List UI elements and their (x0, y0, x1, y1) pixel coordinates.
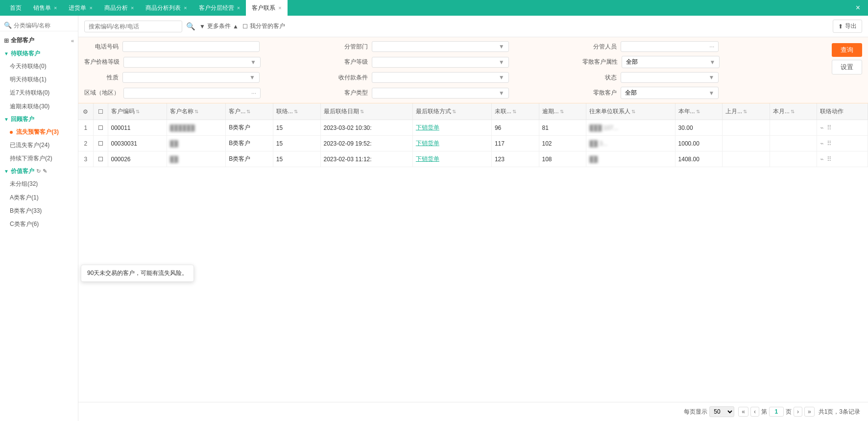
sidebar-item-tomorrow[interactable]: 明天待联络(1) (0, 73, 78, 86)
col-last-month[interactable]: 上月...⇅ (723, 103, 770, 120)
filter-nature-select[interactable]: ▼ (122, 72, 260, 83)
action-link-icon[interactable]: ⌁ (820, 155, 824, 163)
lmonth-sort[interactable]: ⇅ (743, 109, 747, 114)
window-close-button[interactable]: × (852, 3, 864, 12)
col-this-year[interactable]: 本年...⇅ (675, 103, 723, 120)
tab-sales-close[interactable]: × (54, 5, 57, 11)
tab-product-list[interactable]: 商品分析列表 × (140, 0, 193, 16)
sidebar-section-value[interactable]: ▼ 价值客户 ↻ ✎ (0, 165, 78, 177)
page-number-input[interactable] (769, 407, 784, 417)
sidebar-item-class-c[interactable]: C类客户(6) (0, 218, 78, 231)
next-page-button[interactable]: › (794, 407, 802, 417)
sidebar-item-overdue[interactable]: 逾期未联络(30) (0, 100, 78, 113)
year-sort[interactable]: ⇅ (696, 109, 700, 114)
filter-status-select[interactable]: ▼ (621, 72, 719, 83)
filter-dept-label: 分管部门 (334, 43, 368, 51)
my-customers-checkbox[interactable]: ☐ 我分管的客户 (242, 22, 285, 30)
sidebar-section-pending[interactable]: ▼ 待联络客户 (0, 48, 78, 60)
tab-product-list-close[interactable]: × (184, 5, 187, 11)
tab-sales[interactable]: 销售单 × (27, 0, 63, 16)
sidebar-item-declining[interactable]: 持续下滑客户(2) (0, 152, 78, 165)
name-sort[interactable]: ⇅ (194, 109, 198, 114)
col-uncontacted[interactable]: 未联...⇅ (491, 103, 539, 120)
tab-purchase[interactable]: 进货单 × (63, 0, 98, 16)
tmonth-sort[interactable]: ⇅ (791, 109, 795, 114)
action-link-icon[interactable]: ⌁ (820, 124, 824, 131)
per-page-select[interactable]: 50 20 100 (709, 406, 734, 417)
filter-retail-select[interactable]: 全部 ▼ (622, 56, 720, 68)
filter-type-select[interactable]: ▼ (372, 88, 509, 99)
first-page-button[interactable]: « (738, 407, 748, 417)
header-checkbox[interactable]: ☐ (98, 108, 103, 115)
date-sort[interactable]: ⇅ (360, 109, 364, 114)
code-sort[interactable]: ⇅ (136, 109, 140, 114)
contact-sort[interactable]: ⇅ (294, 109, 298, 114)
col-last-date[interactable]: 最后联络日期⇅ (320, 103, 412, 120)
sidebar-item-class-b[interactable]: B类客户(33) (0, 204, 78, 218)
sidebar-item-today[interactable]: 今天待联络(0) (0, 60, 78, 73)
search-input[interactable] (84, 21, 182, 32)
gear-icon[interactable]: ⚙ (83, 108, 88, 115)
action-more-icon[interactable]: ⠿ (827, 140, 832, 147)
tab-customer-contact-close[interactable]: × (278, 5, 281, 11)
more-filter-toggle[interactable]: ▼ 更多条件 ▲ (199, 22, 239, 30)
filter-dept-select[interactable]: ▼ (372, 41, 509, 52)
action-link-icon[interactable]: ⌁ (820, 140, 824, 147)
sidebar-item-churned[interactable]: 已流失客户(24) (0, 139, 78, 152)
row-last-method[interactable]: 下销货单 (412, 120, 491, 136)
sidebar-search-input[interactable] (14, 22, 74, 29)
row-last-method[interactable]: 下销货单 (412, 136, 491, 151)
method-sort[interactable]: ⇅ (452, 109, 456, 114)
col-overdue[interactable]: 逾期...⇅ (539, 103, 586, 120)
sidebar-section-review[interactable]: ▼ 回顾客户 (0, 113, 78, 125)
col-contact-person[interactable]: 往来单位联系人⇅ (586, 103, 675, 120)
action-more-icon[interactable]: ⠿ (827, 155, 832, 163)
tab-product-analysis-close[interactable]: × (131, 5, 134, 11)
sidebar-item-class-a[interactable]: A类客户(1) (0, 191, 78, 204)
col-this-month[interactable]: 本月...⇅ (770, 103, 817, 120)
col-checkbox[interactable]: ☐ (93, 103, 108, 120)
tab-customer-contact[interactable]: 客户联系 × (246, 0, 287, 16)
filter-person-select[interactable]: ··· (621, 41, 719, 52)
action-more-icon[interactable]: ⠿ (827, 124, 832, 131)
search-button[interactable]: 🔍 (186, 22, 195, 31)
tab-product-analysis[interactable]: 商品分析 × (98, 0, 140, 16)
tab-customer-tier-close[interactable]: × (237, 5, 240, 11)
filter-payment-select[interactable]: ▼ (372, 72, 509, 83)
filter-price-select[interactable]: ▼ (123, 57, 261, 68)
row-checkbox[interactable]: ☐ (93, 151, 108, 167)
sidebar-all-customers[interactable]: ⊞ 全部客户 « (0, 33, 78, 48)
col-contact[interactable]: 联络...⇅ (273, 103, 320, 120)
last-page-button[interactable]: » (804, 407, 815, 417)
row-last-method[interactable]: 下销货单 (412, 151, 491, 167)
settings-button[interactable]: 设置 (832, 60, 862, 74)
filter-retail2-select[interactable]: 全部 ▼ (621, 87, 719, 99)
filter-chevron: ▲ (233, 23, 239, 30)
row-this-year: 1408.00 (675, 151, 723, 167)
col-type[interactable]: 客户...⇅ (226, 103, 273, 120)
sidebar-item-7days[interactable]: 近7天待联络(0) (0, 86, 78, 99)
overdue-sort[interactable]: ⇅ (560, 109, 564, 114)
table-row: 3 ☐ 000026 ██ B类客户 15 2023-02-03 11:12: … (78, 151, 868, 167)
prev-page-button[interactable]: ‹ (750, 407, 759, 417)
tab-customer-tier[interactable]: 客户分层经营 × (193, 0, 246, 16)
filter-level-select[interactable]: ▼ (372, 57, 509, 68)
col-name[interactable]: 客户名称⇅ (167, 103, 225, 120)
filter-phone-input[interactable] (122, 41, 260, 52)
value-refresh-icon[interactable]: ↻ (36, 168, 41, 174)
value-edit-icon[interactable]: ✎ (43, 168, 47, 174)
query-button[interactable]: 查询 (832, 43, 862, 57)
sidebar-item-churn-warning[interactable]: 流失预警客户(3) (0, 125, 78, 139)
sidebar-item-ungrouped[interactable]: 未分组(32) (0, 177, 78, 191)
col-last-method[interactable]: 最后联络方式⇅ (412, 103, 491, 120)
type-sort[interactable]: ⇅ (246, 109, 250, 114)
filter-region-select[interactable]: ··· (123, 88, 261, 99)
col-code[interactable]: 客户编码⇅ (108, 103, 167, 120)
tab-purchase-close[interactable]: × (89, 5, 92, 11)
export-button[interactable]: ⬆ 导出 (833, 20, 862, 33)
tab-home[interactable]: 首页 (4, 0, 27, 16)
row-checkbox[interactable]: ☐ (93, 136, 108, 151)
uncontacted-sort[interactable]: ⇅ (512, 109, 516, 114)
person-sort[interactable]: ⇅ (631, 109, 635, 114)
row-checkbox[interactable]: ☐ (93, 120, 108, 136)
